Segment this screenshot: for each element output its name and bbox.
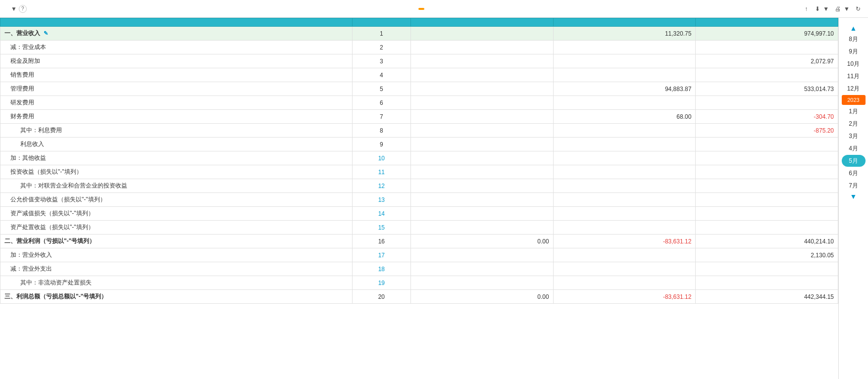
cell-month-amount	[411, 221, 554, 235]
cell-month-amount	[411, 110, 554, 124]
dropdown-icon: ▼	[11, 5, 17, 12]
cell-row-number: 6	[352, 96, 410, 110]
month-item[interactable]: 1月	[842, 105, 866, 117]
report-table: 一、营业收入 ✎111,320.75974,997.10减：营业成本2税金及附加…	[0, 18, 838, 304]
month-item[interactable]: 9月	[842, 46, 866, 57]
cell-month-amount	[411, 193, 554, 207]
cell-year-amount	[553, 248, 696, 262]
cell-year-amount: 11,320.75	[553, 27, 696, 41]
month-item[interactable]: 12月	[842, 83, 866, 95]
all-selector[interactable]: ▼ ?	[6, 4, 30, 14]
cell-row-number[interactable]: 12	[352, 179, 410, 193]
cell-year-amount	[553, 151, 696, 165]
cell-year-amount	[553, 138, 696, 151]
cell-row-number[interactable]: 17	[352, 248, 410, 262]
cell-row-number: 9	[352, 138, 410, 151]
cell-month-amount	[411, 27, 554, 41]
cell-prev-year-amount	[696, 138, 838, 151]
cell-row-number[interactable]: 18	[352, 262, 410, 276]
cell-item-name: 投资收益（损失以"-"填列）	[0, 165, 353, 179]
header-month-amount	[411, 18, 554, 27]
cell-item-name: 减：营业外支出	[0, 262, 353, 276]
cell-prev-year-amount: 2,130.05	[696, 248, 838, 262]
cell-year-amount	[553, 207, 696, 221]
cell-row-number: 4	[352, 68, 410, 82]
main-content: 一、营业收入 ✎111,320.75974,997.10减：营业成本2税金及附加…	[0, 18, 868, 379]
cell-month-amount	[411, 68, 554, 82]
cell-row-number: 16	[352, 235, 410, 248]
cell-prev-year-amount: -875.20	[696, 124, 838, 138]
month-item[interactable]: 4月	[842, 142, 866, 154]
cell-item-name: 一、营业收入 ✎	[0, 27, 353, 41]
month-item[interactable]: 7月	[842, 180, 866, 191]
cell-item-name: 减：营业成本	[0, 41, 353, 54]
cell-prev-year-amount: 533,014.73	[696, 82, 838, 96]
cell-row-number: 5	[352, 82, 410, 96]
table-row: 销售费用4	[0, 68, 838, 82]
cell-item-name: 其中：利息费用	[0, 124, 353, 138]
month-item[interactable]: 8月	[842, 33, 866, 45]
table-row: 一、营业收入 ✎111,320.75974,997.10	[0, 27, 838, 41]
cell-prev-year-amount	[696, 193, 838, 207]
table-row: 资产减值损失（损失以"-"填列）14	[0, 207, 838, 221]
cell-item-name: 其中：对联营企业和合营企业的投资收益	[0, 179, 353, 193]
cell-row-number[interactable]: 15	[352, 221, 410, 235]
back-icon: ↑	[805, 5, 808, 12]
print-icon: 🖨	[835, 5, 841, 12]
cell-month-amount: 0.00	[411, 290, 554, 304]
table-header-row	[0, 18, 838, 27]
header-center	[410, 8, 424, 10]
table-row: 研发费用6	[0, 96, 838, 110]
cell-prev-year-amount	[696, 41, 838, 54]
cell-month-amount	[411, 165, 554, 179]
refresh-button[interactable]: ↻	[856, 5, 862, 12]
cell-year-amount	[553, 221, 696, 235]
download-button[interactable]: ⬇ ▼	[815, 5, 829, 12]
month-item[interactable]: 6月	[842, 167, 866, 179]
header-left: ▼ ?	[6, 4, 30, 14]
cell-row-number[interactable]: 19	[352, 276, 410, 290]
table-row: 税金及附加32,072.97	[0, 54, 838, 68]
table-row: 资产处置收益（损失以"-"填列）15	[0, 221, 838, 235]
cell-prev-year-amount: 442,344.15	[696, 290, 838, 304]
cell-prev-year-amount: 974,997.10	[696, 27, 838, 41]
cell-month-amount	[411, 82, 554, 96]
month-item[interactable]: 2月	[842, 118, 866, 130]
cell-row-number: 3	[352, 54, 410, 68]
cell-year-amount	[553, 96, 696, 110]
cell-prev-year-amount	[696, 96, 838, 110]
table-row: 投资收益（损失以"-"填列）11	[0, 165, 838, 179]
cell-item-name: 财务费用	[0, 110, 353, 124]
year-label[interactable]: 2023	[842, 95, 866, 105]
back-button[interactable]: ↑	[805, 5, 809, 12]
header-actions: ↑ ⬇ ▼ 🖨 ▼ ↻	[805, 5, 862, 12]
edit-icon[interactable]: ✎	[42, 30, 48, 36]
table-row: 三、利润总额（亏损总额以"-"号填列）200.00-83,631.12442,3…	[0, 290, 838, 304]
month-item[interactable]: 11月	[842, 70, 866, 82]
cell-year-amount: -83,631.12	[553, 235, 696, 248]
cell-item-name: 税金及附加	[0, 54, 353, 68]
month-item[interactable]: 10月	[842, 58, 866, 70]
cell-prev-year-amount	[696, 68, 838, 82]
month-item[interactable]: 3月	[842, 130, 866, 142]
cell-row-number[interactable]: 11	[352, 165, 410, 179]
header-row-num	[352, 18, 410, 27]
month-nav-down[interactable]: ▼	[847, 192, 861, 201]
status-badge	[418, 8, 424, 10]
month-nav-up[interactable]: ▲	[847, 24, 861, 33]
cell-row-number[interactable]: 14	[352, 207, 410, 221]
cell-prev-year-amount	[696, 207, 838, 221]
table-row: 二、营业利润（亏损以"-"号填列）160.00-83,631.12440,214…	[0, 235, 838, 248]
cell-month-amount: 0.00	[411, 235, 554, 248]
cell-row-number[interactable]: 13	[352, 193, 410, 207]
cell-item-name: 研发费用	[0, 96, 353, 110]
cell-year-amount: -83,631.12	[553, 290, 696, 304]
cell-row-number[interactable]: 10	[352, 151, 410, 165]
page-header: ▼ ? ↑ ⬇ ▼ 🖨 ▼ ↻	[0, 0, 868, 18]
cell-prev-year-amount	[696, 179, 838, 193]
cell-prev-year-amount	[696, 221, 838, 235]
print-button[interactable]: 🖨 ▼	[835, 5, 850, 12]
help-icon[interactable]: ?	[19, 5, 27, 13]
month-selector-title	[853, 20, 855, 24]
month-item[interactable]: 5月	[842, 155, 866, 167]
